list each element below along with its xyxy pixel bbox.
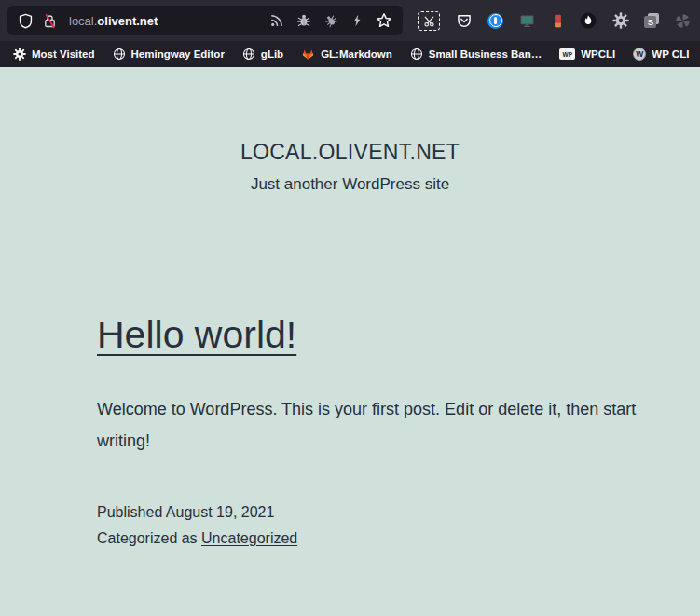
bookmark-small-business[interactable]: Small Business Ban… xyxy=(410,48,542,61)
navigation-toolbar: local.olivent.net xyxy=(0,0,700,41)
screenshot-capture-icon[interactable] xyxy=(418,11,440,31)
page-actions xyxy=(269,12,392,29)
site-title-link[interactable]: LOCAL.OLIVENT.NET xyxy=(240,140,460,164)
insecure-lock-icon[interactable] xyxy=(42,13,58,29)
post-category-line: Categorized as Uncategorized xyxy=(97,526,660,552)
tracking-shield-icon[interactable] xyxy=(18,13,34,29)
lightning-bolt-icon[interactable] xyxy=(350,13,364,28)
url-bar[interactable]: local.olivent.net xyxy=(7,6,403,35)
wordpress-logo-icon: W xyxy=(633,48,646,61)
site-title: LOCAL.OLIVENT.NET xyxy=(0,140,700,165)
bookmark-glib[interactable]: gLib xyxy=(242,48,283,61)
post-category-link[interactable]: Uncategorized xyxy=(201,530,297,546)
rss-icon[interactable] xyxy=(269,13,284,28)
browser-window: local.olivent.net xyxy=(0,0,700,616)
stylus-letter: S xyxy=(644,16,656,28)
bookmark-wp-cli[interactable]: W WP CLI xyxy=(633,48,689,61)
url-text[interactable]: local.olivent.net xyxy=(69,14,158,28)
bookmark-label: Small Business Ban… xyxy=(429,48,542,60)
post-meta: Published August 19, 2021 Categorized as… xyxy=(97,500,660,552)
post-published-date: Published August 19, 2021 xyxy=(97,500,660,526)
post-excerpt: Welcome to WordPress. This is your first… xyxy=(97,393,660,457)
bookmark-label: gLib xyxy=(261,48,283,60)
gear-icon xyxy=(13,48,26,61)
post-article: Hello world! Welcome to WordPress. This … xyxy=(97,313,660,552)
bookmark-hemingway-editor[interactable]: Hemingway Editor xyxy=(113,48,225,61)
pocket-icon[interactable] xyxy=(456,12,473,29)
stylus-icon[interactable]: S xyxy=(644,13,659,28)
site-header: LOCAL.OLIVENT.NET Just another WordPress… xyxy=(0,67,700,194)
browser-chrome: local.olivent.net xyxy=(0,0,700,67)
page-viewport: LOCAL.OLIVENT.NET Just another WordPress… xyxy=(0,67,700,616)
bookmark-gl-markdown[interactable]: GL:Markdown xyxy=(301,48,392,61)
bookmark-star-icon[interactable] xyxy=(376,12,392,29)
bookmark-label: WPCLI xyxy=(581,48,615,60)
pinwheel-icon[interactable] xyxy=(675,13,691,29)
bookmark-label: WP CLI xyxy=(652,48,689,60)
wpcli-badge-icon: WP xyxy=(559,48,575,60)
post-title-link[interactable]: Hello world! xyxy=(97,313,296,356)
bookmark-wpcli[interactable]: WP WPCLI xyxy=(559,48,615,60)
gitlab-icon xyxy=(301,48,315,61)
extension-toolbar: S xyxy=(418,11,691,31)
onepassword-icon[interactable] xyxy=(487,13,503,29)
onepassword-ring xyxy=(489,14,502,27)
globe-icon xyxy=(410,48,423,61)
post-category-prefix: Categorized as xyxy=(97,530,201,546)
eraser-icon[interactable] xyxy=(551,13,565,29)
globe-icon xyxy=(113,48,126,61)
bug-icon[interactable] xyxy=(296,13,311,28)
bookmark-label: GL:Markdown xyxy=(321,48,392,60)
post-title: Hello world! xyxy=(97,313,660,357)
bookmark-label: Most Visited xyxy=(32,48,95,60)
globe-icon xyxy=(242,48,255,61)
bookmark-label: Hemingway Editor xyxy=(131,48,225,60)
screen-monitor-icon[interactable] xyxy=(519,13,535,29)
site-tagline: Just another WordPress site xyxy=(0,175,700,194)
settings-gear-icon[interactable] xyxy=(612,12,629,29)
url-subdomain: local. xyxy=(69,14,97,28)
flame-icon[interactable] xyxy=(580,12,597,29)
url-domain: olivent.net xyxy=(97,14,158,28)
bookmarks-toolbar: Most Visited Hemingway Editor xyxy=(0,41,700,67)
bookmark-most-visited[interactable]: Most Visited xyxy=(13,48,95,61)
insect-icon[interactable] xyxy=(323,13,338,28)
